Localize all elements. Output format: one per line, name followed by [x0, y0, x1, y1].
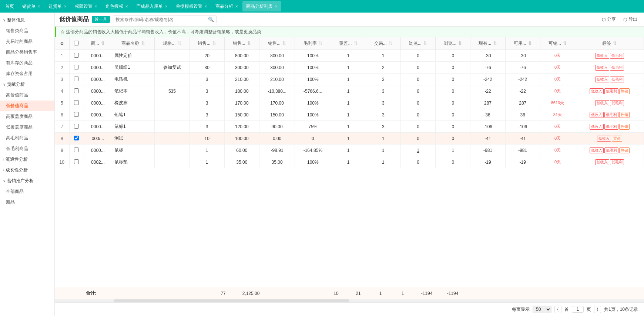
sidebar-group-circulation[interactable]: ›流通性分析 [0, 154, 54, 165]
td-checkbox[interactable] [69, 133, 84, 145]
sidebar-item-all-products[interactable]: 全部商品 [0, 186, 54, 197]
table-row[interactable]: 7 0000... 鼠标1 3 120.00 90.00 75% 1 3 0 0… [55, 121, 644, 133]
td-checkbox[interactable] [69, 62, 84, 74]
sidebar-item-low-coverage[interactable]: 低覆盖度商品 [0, 122, 54, 133]
td-checkbox[interactable] [69, 50, 84, 62]
select-all-checkbox[interactable] [74, 41, 79, 45]
search-input[interactable] [115, 17, 207, 22]
page-size-select[interactable]: 50 100 200 [533, 306, 551, 313]
td-trade: 3 [366, 85, 400, 97]
sidebar-item-sales-products[interactable]: 销售类商品 [0, 26, 54, 36]
table-row[interactable]: 6 0000... 铅笔1 3 150.00 150.00 100% 1 3 0… [55, 109, 644, 121]
nav-purchase-order[interactable]: 进货单 ✕ [45, 1, 70, 11]
nav-role-auth[interactable]: 角色授权 ✕ [102, 1, 132, 11]
td-checkbox[interactable] [69, 145, 84, 156]
table-row[interactable]: 2 0000... 吴细细1 参加复试 30 300.00 300.00 100… [55, 62, 644, 74]
tag: 热销 [619, 112, 630, 118]
th-tags[interactable]: 标签 ⇅ [575, 37, 644, 50]
next-page-btn[interactable]: ⟩ [594, 306, 601, 313]
td-checkbox[interactable] [69, 156, 84, 168]
th-coverage[interactable]: 覆盖... ⇅ [331, 37, 366, 50]
close-icon[interactable]: ✕ [235, 4, 238, 9]
td-trade: 1 [366, 145, 400, 156]
th-sales2[interactable]: 销售... ⇅ [224, 37, 259, 50]
nav-permission-settings[interactable]: 权限设置 ✕ [71, 1, 101, 11]
th-browse2[interactable]: 浏览... ⇅ [436, 37, 470, 50]
filter-recent-month-btn[interactable]: 近一月 [92, 16, 110, 23]
close-icon[interactable]: ✕ [204, 4, 207, 9]
th-sellable[interactable]: 可销... ⇅ [540, 37, 575, 50]
td-coverage: 1 [331, 109, 366, 121]
th-spec[interactable]: 规格... ⇅ [155, 37, 189, 50]
td-spec [155, 109, 189, 121]
nav-product-instock[interactable]: 产成品入库单 ✕ [133, 1, 171, 11]
page-number-input[interactable] [572, 306, 584, 313]
sidebar-item-high-coverage[interactable]: 高覆盖度商品 [0, 111, 54, 122]
first-page-btn[interactable]: ⟨ [554, 306, 561, 313]
td-checkbox[interactable] [69, 85, 84, 97]
th-trade[interactable]: 交易... ⇅ [366, 37, 400, 50]
sidebar-item-stocked-products[interactable]: 有库存的商品 [0, 58, 54, 68]
share-button[interactable]: ⬡ 分享 [600, 16, 618, 23]
search-icon[interactable]: 🔍 [208, 17, 214, 22]
th-code[interactable]: 商... ⇅ [84, 37, 112, 50]
tag: 低收入 [597, 136, 611, 142]
nav-home[interactable]: 首页 [1, 1, 18, 11]
table-row[interactable]: 10 0002... 鼠标垫 1 35.00 35.00 100% 1 1 0 … [55, 156, 644, 168]
close-icon[interactable]: ✕ [64, 4, 67, 9]
th-sales3[interactable]: 销售... ⇅ [259, 37, 295, 50]
table-row[interactable]: 3 0000... 电话机 3 210.00 210.00 100% 1 3 0… [55, 74, 644, 85]
close-icon[interactable]: ✕ [165, 4, 168, 9]
nav-product-analysis-list[interactable]: 商品分析列表 ✕ [242, 1, 281, 11]
page-label: 首 [564, 306, 569, 313]
sidebar-group-contribution[interactable]: ∨贡献分析 [0, 79, 54, 90]
td-tags: 低收入低毛利 [575, 50, 644, 62]
td-browse1: 0 [400, 74, 435, 85]
close-icon[interactable]: ✕ [37, 4, 40, 9]
td-browse1: 0 [400, 133, 435, 145]
chevron-right-icon: › [3, 168, 4, 172]
table-row[interactable]: 9 0000... 鼠标 1 60.00 -98.91 -164.85% 1 1… [55, 145, 644, 156]
td-checkbox[interactable] [69, 121, 84, 133]
close-icon[interactable]: ✕ [94, 4, 97, 9]
th-name[interactable]: 商品名称 ⇅ [112, 37, 154, 50]
table-row[interactable]: 8 000/... 测试 10 100.00 0.00 0 1 1 0 0 -4… [55, 133, 644, 145]
close-icon[interactable]: ✕ [275, 4, 278, 9]
td-sales1: 30 [189, 62, 224, 74]
nav-receipt-template[interactable]: 单据模板设置 ✕ [172, 1, 211, 11]
sidebar-item-high-margin[interactable]: 高毛利商品 [0, 133, 54, 143]
sidebar-item-traded-products[interactable]: 交易过的商品 [0, 36, 54, 47]
th-browse1[interactable]: 浏览... ⇅ [400, 37, 435, 50]
td-name: 吴细细1 [112, 62, 154, 74]
td-checkbox[interactable] [69, 74, 84, 85]
sidebar-group-growth[interactable]: ›成长性分析 [0, 165, 54, 176]
td-checkbox[interactable] [69, 109, 84, 121]
sidebar-group-marketing[interactable]: ∨营销推广分析 [0, 176, 54, 186]
sidebar-group-overall[interactable]: ∨整体信息 [0, 15, 54, 26]
table-row[interactable]: 1 0000... 属性定价 20 800.00 800.00 100% 1 1… [55, 50, 644, 62]
sidebar-item-low-value[interactable]: 低价值商品 [0, 101, 54, 111]
th-margin-rate[interactable]: 毛利率 ⇅ [295, 37, 331, 50]
td-coverage: 1 [331, 145, 366, 156]
th-settings[interactable]: ⚙ [55, 37, 69, 50]
sidebar-item-category-sales-rate[interactable]: 商品分类销售率 [0, 47, 54, 58]
td-sales1: 3 [189, 74, 224, 85]
th-current-stock[interactable]: 现有... ⇅ [470, 37, 505, 50]
sidebar-item-new-products[interactable]: 新品 [0, 197, 54, 208]
export-button[interactable]: ⬡ 导出 [621, 16, 640, 23]
th-sales1[interactable]: 销售... ⇅ [189, 37, 224, 50]
page-size-label: 每页显示 [512, 306, 530, 313]
sidebar-item-high-value[interactable]: 高价值商品 [0, 90, 54, 101]
td-margin-rate: 100% [295, 62, 331, 74]
nav-product-analysis[interactable]: 商品分析 ✕ [212, 1, 242, 11]
footer-col6: 2,125.00 [236, 291, 266, 296]
table-row[interactable]: 4 0000... 笔记本 535 3 180.00 -10,380... -5… [55, 85, 644, 97]
page-title: 低价值商品 [59, 16, 89, 23]
close-icon[interactable]: ✕ [125, 4, 128, 9]
td-checkbox[interactable] [69, 97, 84, 109]
th-available[interactable]: 可用... ⇅ [505, 37, 540, 50]
sidebar-item-inventory-capital[interactable]: 库存资金占用 [0, 68, 54, 79]
sidebar-item-low-margin[interactable]: 低毛利商品 [0, 143, 54, 154]
table-row[interactable]: 5 0000... 橡皮擦 3 170.00 170.00 100% 1 3 0… [55, 97, 644, 109]
nav-sales-order[interactable]: 销货单 ✕ [19, 1, 44, 11]
